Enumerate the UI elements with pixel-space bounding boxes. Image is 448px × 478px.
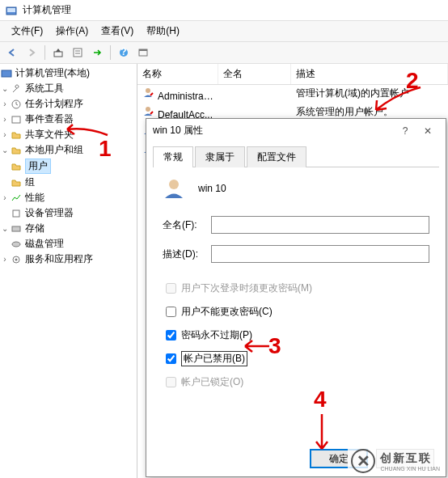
watermark-logo: ✕ 创新互联 CHUANG XIN HU LIAN: [348, 447, 443, 475]
svg-rect-2: [54, 52, 62, 57]
svg-rect-9: [139, 49, 147, 51]
users-folder-icon: [10, 144, 23, 157]
logo-mark: ✕: [351, 449, 375, 473]
dialog-help-button[interactable]: ?: [394, 125, 416, 137]
expander-icon[interactable]: ⌄: [0, 84, 10, 93]
user-icon: [142, 105, 155, 118]
dialog-tabs: 常规 隶属于 配置文件: [153, 146, 439, 167]
expander-icon[interactable]: ›: [0, 99, 10, 108]
menu-bar: 文件(F) 操作(A) 查看(V) 帮助(H): [0, 21, 448, 41]
fullname-label: 全名(F):: [163, 218, 211, 232]
expander-icon[interactable]: ›: [0, 130, 10, 139]
user-large-icon: [163, 177, 188, 200]
svg-rect-3: [74, 49, 82, 57]
expander-icon[interactable]: ⌄: [0, 224, 10, 233]
window-title: 计算机管理: [23, 3, 71, 17]
svg-point-18: [146, 88, 150, 93]
up-button[interactable]: [49, 44, 67, 61]
tree-root[interactable]: 计算机管理(本地): [0, 66, 137, 81]
tree-shared-folders[interactable]: › 共享文件夹: [0, 127, 137, 142]
svg-point-22: [169, 180, 179, 189]
tree-local-users-groups[interactable]: ⌄ 本地用户和组: [0, 142, 137, 158]
cb-must-change-password: [166, 283, 176, 294]
col-fullname[interactable]: 全名: [218, 64, 291, 84]
menu-action[interactable]: 操作(A): [49, 23, 95, 40]
clock-icon: [10, 98, 23, 111]
expander-icon[interactable]: ›: [0, 193, 10, 202]
help-button[interactable]: ?: [115, 44, 133, 61]
svg-rect-10: [2, 70, 11, 77]
app-icon: [5, 4, 18, 17]
menu-file[interactable]: 文件(F): [5, 23, 49, 40]
refresh-button[interactable]: [134, 44, 152, 61]
tree-systools[interactable]: ⌄ 系统工具: [0, 81, 137, 96]
tree-device-manager[interactable]: 设备管理器: [0, 205, 137, 221]
tree-disk-management[interactable]: 磁盘管理: [0, 236, 137, 252]
device-icon: [10, 207, 23, 220]
tab-profile[interactable]: 配置文件: [247, 146, 306, 167]
desc-label: 描述(D):: [163, 247, 211, 261]
window-title-bar: 计算机管理: [0, 0, 448, 21]
tab-general[interactable]: 常规: [153, 146, 193, 167]
menu-help[interactable]: 帮助(H): [140, 23, 186, 40]
event-icon: [10, 113, 23, 126]
storage-icon: [10, 222, 23, 235]
fullname-input[interactable]: [211, 216, 429, 234]
computer-icon: [0, 67, 13, 80]
user-icon: [142, 87, 155, 99]
svg-point-19: [146, 107, 150, 112]
col-desc[interactable]: 描述: [291, 64, 448, 84]
cb-account-disabled[interactable]: [166, 353, 176, 364]
tree-users[interactable]: 用户: [0, 158, 137, 175]
properties-button[interactable]: [69, 44, 87, 61]
username-display: win 10: [198, 183, 226, 194]
tree-event-viewer[interactable]: › 事件查看器: [0, 112, 137, 127]
folder-icon: [10, 160, 23, 173]
tree-groups[interactable]: 组: [0, 175, 137, 190]
expander-icon[interactable]: ›: [0, 115, 10, 124]
folder-icon: [10, 129, 23, 142]
nav-tree[interactable]: 计算机管理(本地) ⌄ 系统工具 › 任务计划程序 › 事件查看器 › 共享文件…: [0, 64, 137, 478]
perf-icon: [10, 192, 23, 205]
svg-rect-14: [12, 226, 20, 231]
tab-memberof[interactable]: 隶属于: [195, 146, 245, 167]
dialog-title-bar: win 10 属性 ? ✕: [146, 119, 446, 142]
disk-icon: [10, 238, 23, 251]
tree-performance[interactable]: › 性能: [0, 190, 137, 205]
cb-account-locked: [166, 377, 176, 387]
svg-rect-13: [13, 210, 19, 217]
svg-text:?: ?: [120, 47, 126, 57]
desc-input[interactable]: [211, 245, 429, 263]
cb-password-never-expires[interactable]: [166, 330, 176, 341]
svg-rect-1: [7, 8, 15, 12]
svg-point-15: [12, 242, 20, 247]
list-row[interactable]: Administrat... 管理计算机(域)的内置帐户: [137, 85, 448, 104]
back-button[interactable]: [3, 44, 21, 61]
properties-dialog: win 10 属性 ? ✕ 常规 隶属于 配置文件 win 10 全名(F): …: [146, 118, 446, 477]
tree-storage[interactable]: ⌄ 存储: [0, 221, 137, 236]
forward-button[interactable]: [23, 44, 40, 61]
toolbar: ?: [0, 41, 448, 64]
svg-point-17: [15, 258, 18, 260]
export-button[interactable]: [88, 44, 106, 61]
expander-icon[interactable]: ›: [0, 255, 10, 264]
col-name[interactable]: 名称: [137, 64, 218, 84]
expander-icon[interactable]: ⌄: [0, 146, 10, 154]
tree-task-scheduler[interactable]: › 任务计划程序: [0, 96, 137, 112]
tree-services-apps[interactable]: › 服务和应用程序: [0, 252, 137, 267]
cb-cannot-change-password[interactable]: [166, 307, 176, 317]
svg-rect-12: [12, 116, 20, 123]
list-header: 名称 全名 描述: [137, 64, 448, 85]
dialog-close-button[interactable]: ✕: [416, 125, 439, 137]
tools-icon: [10, 82, 23, 95]
menu-view[interactable]: 查看(V): [95, 23, 140, 40]
folder-icon: [10, 176, 23, 189]
services-icon: [10, 253, 23, 266]
dialog-title: win 10 属性: [153, 124, 203, 137]
